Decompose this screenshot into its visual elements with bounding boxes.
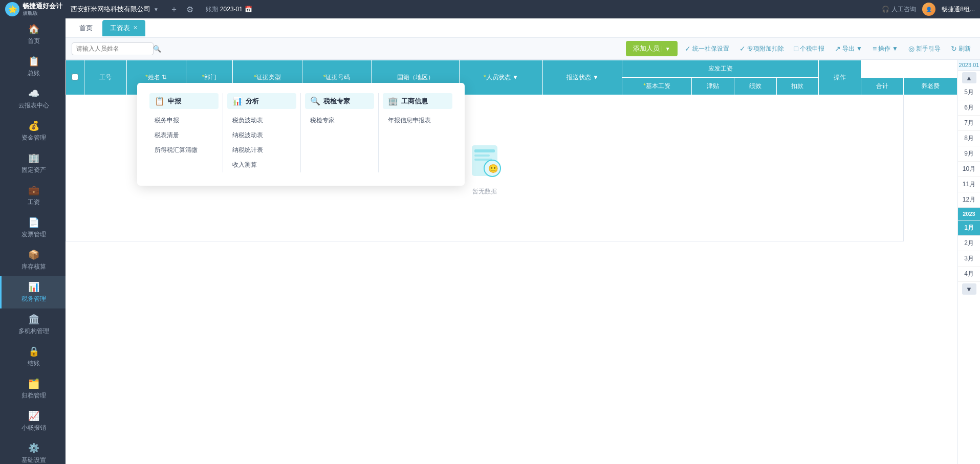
company-selector[interactable]: 西安虾米网络科技有限公司 ▼ (67, 5, 163, 14)
sidebar-item-report[interactable]: 📈 小畅报销 (0, 405, 66, 437)
menu-item-annual-report[interactable]: 年报信息申报表 (383, 113, 452, 128)
menu-category-declaration: 📋 申报 税务申报 税表清册 所得税汇算清缴 (145, 93, 223, 172)
sidebar-item-label: 首页 (28, 37, 40, 46)
tax-expert-cat-icon: 🔍 (310, 96, 320, 106)
sidebar-item-tax[interactable]: 📊 税务管理 (0, 276, 66, 308)
app-title: 畅捷通好会计 (23, 2, 62, 10)
calendar-year-2023: 2023 (958, 208, 980, 220)
guide-label: 新手引导 (916, 45, 941, 53)
calendar-month-6[interactable]: 6月 (958, 100, 980, 116)
calendar-up-nav[interactable]: ▲ (962, 72, 976, 83)
sidebar-item-invoice[interactable]: 📄 发票管理 (0, 212, 66, 244)
guide-button[interactable]: ◎ 新手引导 (905, 42, 944, 55)
menu-item-tax-form-list[interactable]: 税表清册 (149, 128, 219, 143)
menu-item-tax-statistics[interactable]: 纳税统计表 (227, 143, 296, 158)
sidebar-item-label: 资金管理 (21, 134, 46, 142)
tax-return-label: 个税申报 (800, 45, 824, 53)
calendar-month-11[interactable]: 11月 (958, 177, 980, 192)
archive-icon: 🗂️ (28, 378, 39, 389)
add-company-button[interactable]: ＋ (168, 3, 180, 16)
calendar-month-12[interactable]: 12月 (958, 192, 980, 208)
sidebar-item-label: 税务管理 (21, 295, 46, 303)
sidebar-item-label: 工资 (28, 198, 40, 207)
th-base-salary: *基本工资 (622, 78, 692, 95)
calendar-month-7[interactable]: 7月 (958, 116, 980, 131)
sidebar-item-cloud[interactable]: ☁️ 云报表中心 (0, 83, 66, 115)
calendar-month-4[interactable]: 4月 (958, 267, 980, 282)
calendar-month-3[interactable]: 3月 (958, 251, 980, 267)
export-label: 导出 (842, 45, 855, 53)
calendar-month-2[interactable]: 2月 (958, 236, 980, 251)
menu-item-tax-declaration[interactable]: 税务申报 (149, 113, 219, 128)
th-checkbox (66, 60, 84, 95)
social-security-icon: ✓ (685, 45, 691, 53)
th-person-status: *人员状态 ▼ (459, 60, 543, 95)
sidebar-item-inventory[interactable]: 📦 库存核算 (0, 244, 66, 276)
person-status-filter-icon[interactable]: ▼ (512, 74, 518, 81)
export-button[interactable]: ↗ 导出 ▼ (832, 42, 865, 55)
menu-item-tax-payment-fluctuation[interactable]: 纳税波动表 (227, 128, 296, 143)
menu-item-tax-expert[interactable]: 税检专家 (305, 113, 374, 128)
calendar-month-10[interactable]: 10月 (958, 162, 980, 177)
calendar-month-5[interactable]: 5月 (958, 85, 980, 100)
salary-icon: 💼 (28, 185, 39, 196)
logo-icon: 🌟 (5, 2, 19, 16)
close-books-icon: 🔒 (28, 346, 39, 357)
multi-icon: 🏛️ (28, 314, 39, 325)
declaration-cat-icon: 📋 (155, 96, 165, 106)
tab-home[interactable]: 首页 (72, 20, 100, 36)
logo-text: 畅捷通好会计 旗舰版 (23, 2, 62, 16)
refresh-button[interactable]: ↻ 刷新 (948, 42, 974, 55)
sidebar: 🏠 首页 📋 总账 ☁️ 云报表中心 💰 资金管理 🏢 固定资产 💼 工资 📄 … (0, 18, 66, 464)
menu-item-income-estimate[interactable]: 收入测算 (227, 158, 296, 172)
ledger-icon: 📋 (28, 56, 39, 67)
calendar-icon[interactable]: 📅 (245, 6, 252, 13)
settings-button[interactable]: ⚙ (184, 4, 195, 15)
menu-category-header-tax-expert: 🔍 税检专家 (305, 93, 374, 109)
special-deduction-button[interactable]: ✓ 专项附加扣除 (736, 42, 787, 55)
calendar-month-8[interactable]: 8月 (958, 131, 980, 146)
th-pension: 养老费 (904, 78, 957, 95)
calendar-month-1[interactable]: 1月 (958, 220, 980, 236)
service-button[interactable]: 🎧 人工咨询 (882, 5, 916, 14)
sort-icon[interactable]: ⇅ (162, 74, 167, 81)
company-dropdown-arrow: ▼ (154, 7, 159, 12)
menu-item-tax-burden-fluctuation[interactable]: 税负波动表 (227, 113, 296, 128)
sidebar-item-label: 固定资产 (21, 166, 46, 174)
content-area: 首页 工资表 ✕ 🔍 添加人员 ▼ ✓ 统一社保设置 ✓ (66, 18, 980, 464)
refresh-icon: ↻ (951, 45, 957, 53)
calendar-month-9[interactable]: 9月 (958, 146, 980, 162)
sidebar-item-multi[interactable]: 🏛️ 多机构管理 (0, 308, 66, 341)
menu-item-income-tax-settlement[interactable]: 所得税汇算清缴 (149, 143, 219, 158)
sidebar-item-assets[interactable]: 🏢 固定资产 (0, 147, 66, 180)
analysis-cat-icon: 📊 (232, 96, 243, 106)
sidebar-item-settings[interactable]: ⚙️ 基础设置 (0, 437, 66, 464)
tax-return-button[interactable]: □ 个税申报 (791, 42, 827, 55)
menu-category-tax-expert: 🔍 税检专家 税检专家 (301, 93, 379, 172)
sidebar-item-ledger[interactable]: 📋 总账 (0, 51, 66, 83)
operation-button[interactable]: ≡ 操作 ▼ (869, 42, 901, 55)
report-status-filter-icon[interactable]: ▼ (593, 74, 599, 81)
menu-category-header-declaration: 📋 申报 (149, 93, 219, 109)
inventory-icon: 📦 (28, 249, 39, 260)
sidebar-item-close[interactable]: 🔒 结账 (0, 341, 66, 373)
empty-text: 暂无数据 (472, 187, 497, 196)
sidebar-item-label: 结账 (28, 359, 40, 368)
social-security-label: 统一社保设置 (692, 45, 729, 53)
sidebar-item-funds[interactable]: 💰 资金管理 (0, 115, 66, 147)
calendar-down-nav[interactable]: ▼ (962, 283, 976, 295)
tab-close-icon[interactable]: ✕ (133, 25, 138, 31)
export-dropdown-icon: ▼ (856, 45, 862, 52)
search-input[interactable] (76, 45, 153, 52)
sidebar-item-label: 库存核算 (21, 262, 46, 271)
tab-salary-table[interactable]: 工资表 ✕ (102, 20, 145, 36)
add-person-button[interactable]: 添加人员 ▼ (626, 41, 678, 56)
sidebar-item-label: 基础设置 (21, 456, 46, 464)
table-header-row-1: 工号 *姓名 ⇅ *部门 *证据类型 (66, 60, 957, 78)
sidebar-item-archive[interactable]: 🗂️ 归档管理 (0, 373, 66, 405)
calendar-year-header: 2023.01 (958, 60, 980, 71)
select-all-checkbox[interactable] (72, 74, 78, 80)
social-security-button[interactable]: ✓ 统一社保设置 (682, 42, 732, 55)
sidebar-item-home[interactable]: 🏠 首页 (0, 18, 66, 51)
sidebar-item-salary[interactable]: 💼 工资 (0, 180, 66, 212)
